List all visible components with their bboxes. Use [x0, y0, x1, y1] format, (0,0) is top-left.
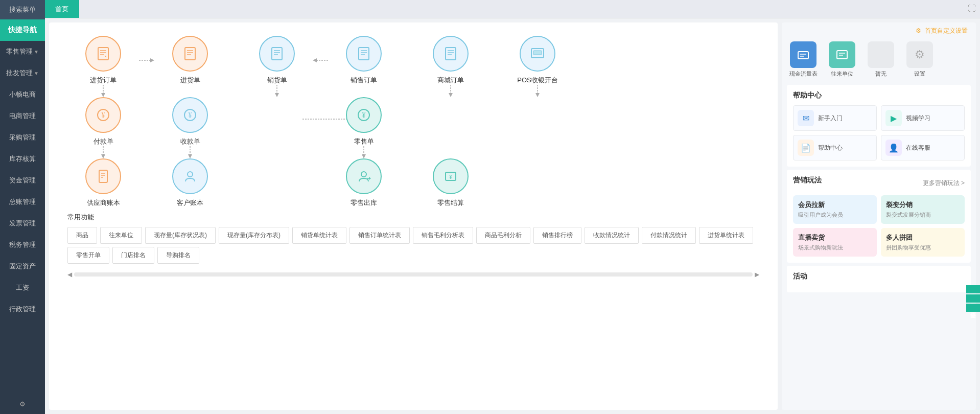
purchase-icon[interactable] [172, 36, 208, 72]
settings-label: 设置 [914, 70, 925, 78]
flow-cell-customer-book[interactable]: 客户账本 [154, 158, 226, 208]
payment-label: 付款单 [94, 137, 113, 146]
sidebar-item-payroll[interactable]: 工资 [0, 277, 45, 298]
btn-sales-stat[interactable]: 销货单统计表 [292, 227, 346, 244]
sidebar-item-purchase[interactable]: 采购管理 [0, 127, 45, 148]
help-beginner[interactable]: ✉ 新手入门 [793, 105, 877, 131]
btn-receipt-stat[interactable]: 收款情况统计 [585, 227, 639, 244]
btn-sales-order-stat[interactable]: 销售订单统计表 [349, 227, 410, 244]
sidebar-item-fixed-assets[interactable]: 固定资产 [0, 256, 45, 277]
retail-order-icon[interactable]: ¥ [346, 97, 382, 133]
svg-rect-0 [98, 48, 108, 60]
btn-guide-rank[interactable]: 导购排名 [157, 247, 199, 264]
flow-row-2: ¥ 付款单 ¥ 收款单 [67, 97, 759, 146]
flow-cell-retail[interactable]: ¥ 零售单 [328, 97, 400, 146]
flow-cell-purchase[interactable]: 进货单 [154, 36, 226, 85]
float-btn-hotline[interactable]: 客服热线 [966, 285, 980, 293]
quick-partner[interactable]: 往来单位 [827, 41, 857, 78]
flow-cell-receipt[interactable]: ¥ 收款单 [154, 97, 226, 146]
payment-icon[interactable]: ¥ [85, 97, 121, 133]
tab-home[interactable]: 首页 [45, 0, 79, 18]
sidebar-item-finance[interactable]: 资金管理 [0, 170, 45, 191]
fullscreen-button[interactable]: ⛶ [968, 4, 976, 13]
flow-cell-sales[interactable]: 销货单 [241, 36, 313, 85]
btn-stock-status[interactable]: 现存量(库存状况表) [145, 227, 216, 244]
sidebar-search[interactable]: 搜索菜单 [0, 0, 45, 19]
float-btn-desktop[interactable]: 桌面快捷 [966, 304, 980, 312]
marketing-item-group[interactable]: 多人拼团 拼团购物享受优惠 [881, 228, 965, 257]
quick-cashflow[interactable]: 现金流量表 [788, 41, 819, 78]
customer-book-icon[interactable] [172, 158, 208, 194]
flow-row-3: 供应商账本 客户账本 [67, 158, 759, 208]
sidebar-item-tax[interactable]: 税务管理 [0, 234, 45, 256]
help-online[interactable]: 👤 在线客服 [881, 135, 965, 160]
sidebar-item-invoice[interactable]: 发票管理 [0, 213, 45, 234]
marketing-item-live[interactable]: 直播卖货 场景式购物新玩法 [793, 228, 877, 257]
sales-icon[interactable] [259, 36, 295, 72]
settings-icon[interactable]: ⚙ [0, 394, 45, 414]
btn-store-rank[interactable]: 门店排名 [112, 247, 154, 264]
flow-cell-purchase-order[interactable]: 进货订单 [67, 36, 139, 85]
sidebar-item-ecommerce-mgmt[interactable]: 电商管理 [0, 105, 45, 127]
quick-none[interactable]: 暂无 [866, 41, 896, 78]
supplier-book-icon[interactable] [85, 158, 121, 194]
btn-sales-profit[interactable]: 销售毛利分析表 [413, 227, 473, 244]
svg-rect-16 [359, 48, 369, 60]
scroll-left-btn[interactable]: ◀ [67, 271, 72, 278]
more-marketing-link[interactable]: 更多营销玩法 > [923, 179, 965, 188]
sidebar-item-ecommerce-small[interactable]: 小畅电商 [0, 84, 45, 105]
partner-icon-box [829, 41, 855, 68]
svg-marker-15 [313, 58, 317, 62]
flow-cell-payment[interactable]: ¥ 付款单 [67, 97, 139, 146]
svg-point-54 [361, 172, 366, 177]
purchase-order-label: 进货订单 [90, 76, 116, 85]
quick-settings[interactable]: ⚙ 设置 [904, 41, 935, 78]
help-center-link[interactable]: 📄 帮助中心 [793, 135, 877, 160]
btn-product[interactable]: 商品 [67, 227, 97, 244]
flow-cell-pos[interactable]: POS收银开台 [502, 36, 573, 85]
help-video[interactable]: ▶ 视频学习 [881, 105, 965, 131]
scroll-track[interactable] [74, 272, 753, 277]
sidebar-item-inventory[interactable]: 库存核算 [0, 148, 45, 170]
sidebar-item-retail[interactable]: 零售管理 ▼ [0, 41, 45, 62]
btn-product-profit[interactable]: 商品毛利分析 [476, 227, 530, 244]
flow-cell-retail-out[interactable]: 零售出库 [328, 158, 400, 208]
main-panel: 进货订单 进货单 [49, 22, 778, 410]
float-btn-community[interactable]: 服务社区 [966, 294, 980, 303]
vertical-arrows-row1 [67, 85, 759, 97]
receipt-icon[interactable]: ¥ [172, 97, 208, 133]
arrow-down-purchase-order [99, 85, 107, 97]
flow-cell-sales-order[interactable]: 销售订单 [328, 36, 400, 85]
help-title: 帮助中心 [793, 91, 965, 100]
btn-purchase-stat[interactable]: 进货单统计表 [699, 227, 753, 244]
flow-cell-mall-order[interactable]: 商城订单 [415, 36, 486, 85]
mall-order-icon[interactable] [433, 36, 469, 72]
pos-icon[interactable] [520, 36, 555, 72]
retail-settle-icon[interactable]: ¥ [433, 158, 469, 194]
btn-sales-rank[interactable]: 销售排行榜 [533, 227, 581, 244]
sales-order-icon[interactable] [346, 36, 382, 72]
customize-header[interactable]: ⚙ 首页自定义设置 [782, 22, 976, 37]
scroll-right-btn[interactable]: ▶ [755, 271, 759, 278]
flow-cell-supplier-book[interactable]: 供应商账本 [67, 158, 139, 208]
fission-desc: 裂变式发展分销商 [886, 211, 960, 219]
sidebar-item-ledger[interactable]: 总账管理 [0, 191, 45, 213]
btn-retail-order[interactable]: 零售开单 [67, 247, 109, 264]
btn-stock-dist[interactable]: 现存量(库存分布表) [219, 227, 289, 244]
marketing-item-fission[interactable]: 裂变分销 裂变式发展分销商 [881, 195, 965, 224]
btn-payment-stat[interactable]: 付款情况统计 [642, 227, 696, 244]
main-area: 首页 进货订单 [45, 0, 980, 414]
svg-rect-6 [185, 48, 195, 60]
flow-cell-retail-settle[interactable]: ¥ 零售结算 [415, 158, 486, 208]
customer-book-label: 客户账本 [177, 198, 203, 208]
flow-diagram: 进货订单 进货单 [57, 31, 769, 208]
marketing-item-member[interactable]: 会员拉新 吸引用户成为会员 [793, 195, 877, 224]
tab-bar: 首页 [45, 0, 980, 18]
vertical-arrows-row2 [67, 146, 759, 158]
sidebar-nav-item[interactable]: 快捷导航 [0, 19, 45, 41]
purchase-order-icon[interactable] [85, 36, 121, 72]
btn-partner[interactable]: 往来单位 [100, 227, 142, 244]
retail-out-icon[interactable] [346, 158, 382, 194]
sidebar-item-admin[interactable]: 行政管理 [0, 298, 45, 320]
sidebar-item-wholesale[interactable]: 批发管理 ▼ [0, 62, 45, 84]
